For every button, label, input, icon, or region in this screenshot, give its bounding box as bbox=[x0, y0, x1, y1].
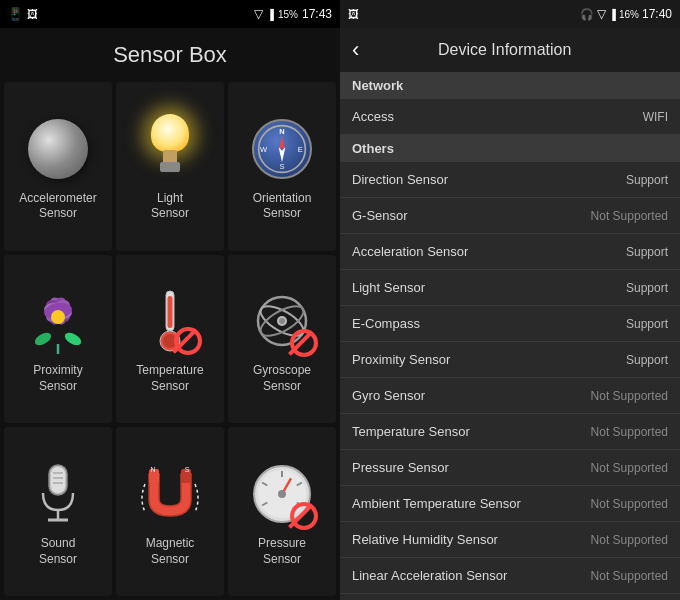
back-button[interactable]: ‹ bbox=[352, 39, 359, 61]
sensor-proximity[interactable]: ProximitySensor bbox=[4, 255, 112, 424]
time-left: 17:43 bbox=[302, 7, 332, 21]
pressure-label: PressureSensor bbox=[258, 536, 306, 567]
battery-left: 15% bbox=[278, 9, 298, 20]
relative-humidity-value: Not Supported bbox=[591, 533, 668, 547]
svg-rect-27 bbox=[51, 467, 65, 493]
network-access-row: Access WIFI bbox=[340, 99, 680, 135]
status-right-left-icons: 🖼 bbox=[348, 8, 359, 20]
status-left-icons: 📱 🖼 bbox=[8, 7, 38, 21]
acceleration-sensor-label: Acceleration Sensor bbox=[352, 244, 468, 259]
svg-point-45 bbox=[278, 490, 286, 498]
sensor-pressure[interactable]: PressureSensor bbox=[228, 427, 336, 596]
gyro-sensor-label: Gyro Sensor bbox=[352, 388, 425, 403]
svg-marker-6 bbox=[279, 147, 286, 162]
row-direction-sensor: Direction Sensor Support bbox=[340, 162, 680, 198]
row-e-compass: E-Compass Support bbox=[340, 306, 680, 342]
sound-icon-container bbox=[22, 458, 94, 530]
row-linear-acceleration: Linear Acceleration Sensor Not Supported bbox=[340, 558, 680, 594]
svg-text:W: W bbox=[260, 145, 268, 154]
microphone-svg bbox=[33, 460, 83, 528]
signal-icon: ▐ bbox=[267, 9, 274, 20]
wifi-icon: ▽ bbox=[254, 7, 263, 21]
direction-sensor-label: Direction Sensor bbox=[352, 172, 448, 187]
acceleration-sensor-value: Support bbox=[626, 245, 668, 259]
sensor-temperature[interactable]: TemperatureSensor bbox=[116, 255, 224, 424]
light-label: LightSensor bbox=[151, 191, 189, 222]
svg-point-15 bbox=[32, 330, 53, 348]
sensor-light[interactable]: LightSensor bbox=[116, 82, 224, 251]
sphere-icon bbox=[28, 119, 88, 179]
magnetic-label: MagneticSensor bbox=[146, 536, 195, 567]
sensor-orientation[interactable]: N S W E OrientationSensor bbox=[228, 82, 336, 251]
light-sensor-label: Light Sensor bbox=[352, 280, 425, 295]
accelerometer-label: AccelerometerSensor bbox=[19, 191, 96, 222]
row-ambient-temperature: Ambient Temperature Sensor Not Supported bbox=[340, 486, 680, 522]
magnet-svg: N S bbox=[139, 464, 201, 524]
gyro-sensor-value: Not Supported bbox=[591, 389, 668, 403]
others-section-header: Others bbox=[340, 135, 680, 162]
battery-right: 16% bbox=[619, 9, 639, 20]
network-access-label: Access bbox=[352, 109, 394, 124]
temperature-icon-container bbox=[134, 285, 206, 357]
svg-point-16 bbox=[62, 330, 83, 348]
status-bar-left: 📱 🖼 ▽ ▐ 15% 17:43 bbox=[0, 0, 340, 28]
row-acceleration-sensor: Acceleration Sensor Support bbox=[340, 234, 680, 270]
ambient-temperature-value: Not Supported bbox=[591, 497, 668, 511]
linear-acceleration-value: Not Supported bbox=[591, 569, 668, 583]
photo-icon-right: 🖼 bbox=[348, 8, 359, 20]
bulb-icon bbox=[140, 114, 200, 184]
compass-icon: N S W E bbox=[252, 119, 312, 179]
row-pressure-sensor: Pressure Sensor Not Supported bbox=[340, 450, 680, 486]
left-panel: 📱 🖼 ▽ ▐ 15% 17:43 Sensor Box Acceleromet… bbox=[0, 0, 340, 600]
e-compass-value: Support bbox=[626, 317, 668, 331]
row-rotation-vector: Rotation Vector Sensor Not Supported bbox=[340, 594, 680, 600]
gyroscope-label: GyroscopeSensor bbox=[253, 363, 311, 394]
temperature-sensor-label: Temperature Sensor bbox=[352, 424, 470, 439]
row-temperature-sensor: Temperature Sensor Not Supported bbox=[340, 414, 680, 450]
sound-label: SoundSensor bbox=[39, 536, 77, 567]
wifi-icon-right: ▽ bbox=[597, 7, 606, 21]
svg-point-25 bbox=[279, 318, 285, 324]
sensor-sound[interactable]: SoundSensor bbox=[4, 427, 112, 596]
accelerometer-icon-container bbox=[22, 113, 94, 185]
network-access-value: WIFI bbox=[643, 110, 668, 124]
pressure-sensor-value: Not Supported bbox=[591, 461, 668, 475]
flower-icon bbox=[28, 286, 88, 356]
row-g-sensor: G-Sensor Not Supported bbox=[340, 198, 680, 234]
right-panel: 🖼 🎧 ▽ ▐ 16% 17:40 ‹ Device Information N… bbox=[340, 0, 680, 600]
signal-icon-right: ▐ bbox=[609, 9, 616, 20]
device-info-title: Device Information bbox=[369, 41, 668, 59]
e-compass-label: E-Compass bbox=[352, 316, 420, 331]
relative-humidity-label: Relative Humidity Sensor bbox=[352, 532, 498, 547]
svg-rect-18 bbox=[168, 296, 173, 328]
pressure-sensor-label: Pressure Sensor bbox=[352, 460, 449, 475]
row-gyro-sensor: Gyro Sensor Not Supported bbox=[340, 378, 680, 414]
status-right-icons: ▽ ▐ 15% 17:43 bbox=[254, 7, 332, 21]
row-relative-humidity: Relative Humidity Sensor Not Supported bbox=[340, 522, 680, 558]
right-header: ‹ Device Information bbox=[340, 28, 680, 72]
no-sign-temperature bbox=[174, 327, 202, 355]
sensor-grid: AccelerometerSensor LightSensor N bbox=[0, 78, 340, 600]
g-sensor-label: G-Sensor bbox=[352, 208, 408, 223]
flower-svg bbox=[31, 289, 86, 354]
orientation-label: OrientationSensor bbox=[253, 191, 312, 222]
magnet-icon: N S bbox=[138, 462, 203, 527]
no-sign-pressure bbox=[290, 502, 318, 530]
compass-svg: N S W E bbox=[257, 124, 307, 174]
g-sensor-value: Not Supported bbox=[591, 209, 668, 223]
svg-text:S: S bbox=[279, 162, 284, 171]
sensor-gyroscope[interactable]: GyroscopeSensor bbox=[228, 255, 336, 424]
right-content[interactable]: Network Access WIFI Others Direction Sen… bbox=[340, 72, 680, 600]
svg-text:N: N bbox=[279, 127, 284, 136]
light-sensor-value: Support bbox=[626, 281, 668, 295]
microphone-icon bbox=[31, 459, 86, 529]
network-section-header: Network bbox=[340, 72, 680, 99]
temperature-sensor-value: Not Supported bbox=[591, 425, 668, 439]
proximity-label: ProximitySensor bbox=[33, 363, 82, 394]
proximity-icon-container bbox=[22, 285, 94, 357]
linear-acceleration-label: Linear Acceleration Sensor bbox=[352, 568, 507, 583]
sensor-accelerometer[interactable]: AccelerometerSensor bbox=[4, 82, 112, 251]
magnetic-icon-container: N S bbox=[134, 458, 206, 530]
sensor-magnetic[interactable]: N S MagneticSensor bbox=[116, 427, 224, 596]
svg-point-14 bbox=[51, 310, 65, 324]
